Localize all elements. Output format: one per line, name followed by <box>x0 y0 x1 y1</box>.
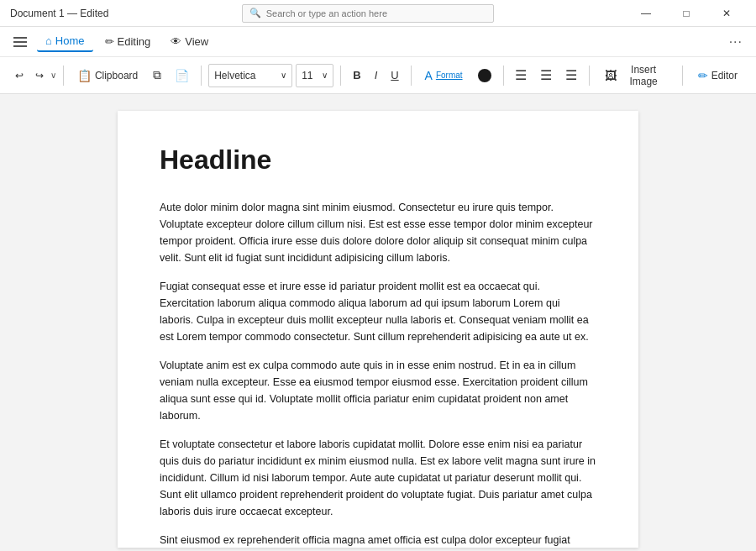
format-button[interactable]: A Format <box>418 63 470 88</box>
insert-image-button[interactable]: 🖼 Insert Image <box>596 60 675 91</box>
search-bar[interactable]: 🔍 <box>242 4 494 23</box>
toolbar: ↩ ↪ ∨ 📋 Clipboard ⧉ 📄 Helvetica ∨ 11 ∨ B… <box>0 57 756 94</box>
font-selector[interactable]: Helvetica ∨ <box>208 64 292 87</box>
copy-button[interactable]: ⧉ <box>148 63 166 88</box>
document-area: Headline Aute dolor minim dolor magna si… <box>0 94 756 551</box>
more-options-button[interactable]: ··· <box>722 31 749 53</box>
title-bar-left: Document 1 — Edited <box>10 8 108 19</box>
clipboard-icon: 📋 <box>77 69 92 82</box>
search-input[interactable] <box>266 8 486 18</box>
separator-1 <box>63 66 64 86</box>
paragraph-4: Et voluptate consectetur et labore labor… <box>160 436 596 520</box>
home-icon: ⌂ <box>45 34 52 47</box>
hamburger-button[interactable] <box>7 32 34 52</box>
title-bar-controls: — □ ✕ <box>627 0 746 27</box>
align-left-button[interactable]: ☰ <box>510 63 532 88</box>
editing-icon: ✏ <box>105 35 114 48</box>
insert-image-icon: 🖼 <box>605 69 617 82</box>
menu-editing[interactable]: ✏ Editing <box>97 32 160 51</box>
search-icon: 🔍 <box>249 8 261 18</box>
paragraph-1: Aute dolor minim dolor magna sint minim … <box>160 199 596 266</box>
editor-icon: ✏ <box>698 69 708 82</box>
separator-2 <box>201 66 202 86</box>
bold-button[interactable]: B <box>348 63 365 88</box>
close-button[interactable]: ✕ <box>707 0 746 27</box>
menu-home[interactable]: ⌂ Home <box>37 31 93 52</box>
align-center-button[interactable]: ☰ <box>535 63 557 88</box>
document-headline: Headline <box>160 144 596 176</box>
editor-button[interactable]: ✏ Editor <box>690 66 746 86</box>
font-size-selector[interactable]: 11 ∨ <box>296 64 333 87</box>
redo-dropdown-icon[interactable]: ∨ <box>50 71 56 80</box>
italic-button[interactable]: I <box>370 63 383 88</box>
clipboard-button[interactable]: 📋 Clipboard <box>71 63 144 88</box>
paste-icon: 📄 <box>175 69 189 82</box>
undo-redo-group: ↩ ↪ ∨ <box>10 63 56 88</box>
title-bar: Document 1 — Edited 🔍 — □ ✕ <box>0 0 756 27</box>
menu-bar: ⌂ Home ✏ Editing 👁 View ··· <box>0 27 756 57</box>
paste-button[interactable]: 📄 <box>170 63 194 88</box>
separator-7 <box>682 66 683 86</box>
separator-6 <box>589 66 590 86</box>
color-circle-icon <box>478 69 491 82</box>
view-icon: 👁 <box>171 35 181 48</box>
paragraph-5: Sint eiusmod ex reprehenderit officia ma… <box>160 532 596 551</box>
paragraph-2: Fugiat consequat esse et irure esse id p… <box>160 278 596 345</box>
maximize-button[interactable]: □ <box>667 0 706 27</box>
redo-button[interactable]: ↪ <box>30 63 49 88</box>
document-page[interactable]: Headline Aute dolor minim dolor magna si… <box>118 111 638 548</box>
format-icon: A <box>425 69 433 82</box>
separator-3 <box>340 66 341 86</box>
font-dropdown-icon: ∨ <box>281 71 286 80</box>
align-right-button[interactable]: ☰ <box>560 63 582 88</box>
undo-button[interactable]: ↩ <box>10 63 29 88</box>
copy-icon: ⧉ <box>153 68 161 82</box>
separator-5 <box>503 66 504 86</box>
underline-button[interactable]: U <box>386 63 403 88</box>
color-button[interactable] <box>473 63 496 88</box>
document-title: Document 1 — Edited <box>10 8 108 19</box>
paragraph-3: Voluptate anim est ex culpa commodo aute… <box>160 357 596 424</box>
separator-4 <box>411 66 412 86</box>
fontsize-dropdown-icon: ∨ <box>322 71 328 80</box>
minimize-button[interactable]: — <box>627 0 665 27</box>
menu-view[interactable]: 👁 View <box>162 32 217 51</box>
